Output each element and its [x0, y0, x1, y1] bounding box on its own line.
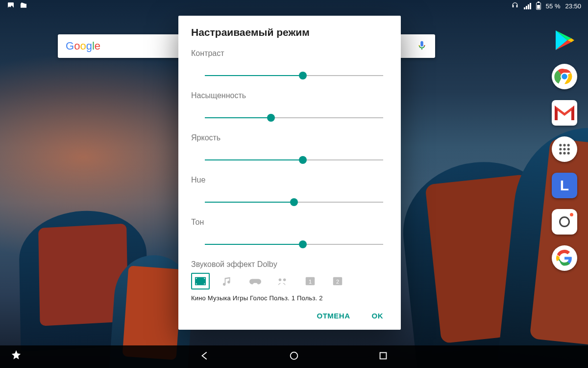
- home-button[interactable]: [289, 350, 299, 363]
- svg-point-9: [563, 144, 565, 146]
- dolby-film-icon[interactable]: [193, 275, 208, 288]
- dolby-one-icon[interactable]: 1: [303, 275, 318, 288]
- play-store-app[interactable]: [552, 27, 577, 53]
- dolby-two-icon[interactable]: 2: [330, 275, 345, 288]
- svg-point-16: [567, 152, 570, 155]
- svg-point-28: [291, 352, 298, 360]
- dolby-game-icon[interactable]: [248, 275, 263, 288]
- gmail-app[interactable]: [552, 100, 577, 126]
- navigation-bar: [0, 345, 588, 368]
- image-notification-icon: [7, 1, 15, 11]
- slider-thumb[interactable]: [299, 72, 307, 79]
- slider-hue[interactable]: [205, 197, 383, 207]
- app-dock: L: [552, 27, 577, 271]
- svg-text:2: 2: [336, 279, 339, 285]
- back-button[interactable]: [199, 350, 210, 363]
- svg-point-10: [567, 144, 570, 146]
- camera-app[interactable]: [552, 209, 577, 235]
- battery-percent: 55 %: [546, 2, 561, 10]
- svg-rect-21: [204, 284, 205, 285]
- favorite-star-icon[interactable]: [11, 349, 22, 362]
- slider-label: Hue: [191, 176, 388, 184]
- svg-point-22: [279, 278, 282, 281]
- svg-point-23: [283, 278, 286, 281]
- dolby-section-label: Звуковой эффект Dolby: [191, 260, 388, 269]
- l-app-letter: L: [560, 177, 569, 194]
- slider-контраст[interactable]: [205, 71, 383, 80]
- mic-icon[interactable]: [416, 40, 427, 53]
- slider-thumb[interactable]: [290, 198, 298, 206]
- svg-point-12: [563, 148, 565, 150]
- battery-icon: [536, 2, 541, 10]
- slider-насыщенность[interactable]: [205, 113, 383, 123]
- svg-point-11: [559, 148, 562, 150]
- svg-point-15: [563, 152, 565, 155]
- svg-point-8: [559, 144, 562, 146]
- slider-thumb[interactable]: [299, 156, 307, 164]
- svg-rect-17: [195, 277, 206, 286]
- status-bar: 55 % 23:50: [0, 0, 588, 12]
- radio-notification-icon: [20, 1, 27, 11]
- google-app[interactable]: [552, 245, 577, 271]
- google-logo: Google: [66, 40, 100, 53]
- svg-rect-18: [196, 278, 197, 279]
- svg-text:1: 1: [309, 279, 312, 285]
- slider-label: Контраст: [191, 49, 388, 58]
- svg-point-13: [567, 148, 570, 150]
- slider-label: Тон: [191, 218, 388, 227]
- l-app[interactable]: L: [552, 173, 577, 198]
- svg-rect-20: [204, 278, 205, 279]
- svg-point-14: [559, 152, 562, 155]
- recents-button[interactable]: [378, 350, 389, 363]
- dialog-title: Настраиваемый режим: [191, 26, 388, 38]
- slider-яркость[interactable]: [205, 155, 383, 165]
- dolby-music-icon[interactable]: [220, 275, 235, 288]
- clock: 23:50: [565, 2, 581, 10]
- slider-thumb[interactable]: [299, 240, 307, 248]
- signal-icon: [524, 2, 531, 9]
- slider-тон[interactable]: [205, 239, 383, 249]
- dolby-mode-names: Кино Музыка Игры Голос Польз. 1 Польз. 2: [191, 294, 388, 302]
- svg-rect-19: [196, 284, 197, 285]
- slider-label: Насыщенность: [191, 91, 388, 100]
- dolby-voice-icon[interactable]: [275, 275, 290, 288]
- svg-rect-29: [380, 353, 387, 359]
- headphones-icon: [511, 1, 519, 11]
- chrome-app[interactable]: [552, 64, 577, 89]
- app-drawer-button[interactable]: [552, 136, 577, 162]
- slider-label: Яркость: [191, 133, 388, 142]
- custom-mode-dialog: Настраиваемый режим КонтрастНасыщенность…: [178, 16, 401, 330]
- slider-thumb[interactable]: [267, 114, 275, 122]
- cancel-button[interactable]: ОТМЕНА: [317, 312, 350, 320]
- ok-button[interactable]: OK: [372, 312, 384, 320]
